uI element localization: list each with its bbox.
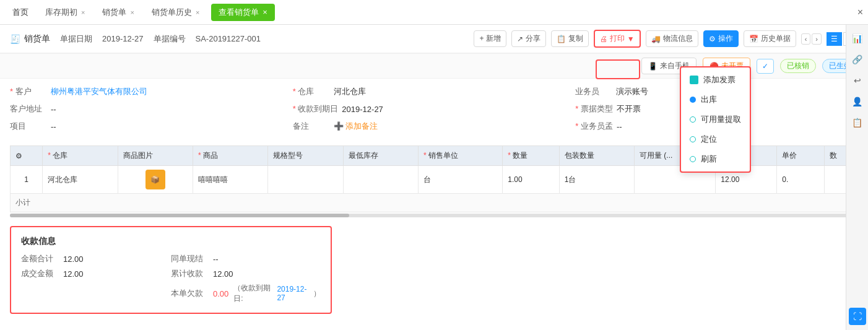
- address-label: 客户地址: [10, 103, 47, 115]
- remarks-field: 备注 ➕ 添加备注: [293, 121, 576, 132]
- locate-item[interactable]: 定位: [681, 129, 750, 149]
- history-label: 历史单据: [761, 33, 791, 44]
- col-sales-unit: 销售单位: [418, 146, 502, 166]
- tab-sales-label: 销货单: [102, 7, 126, 18]
- row-pack-qty: 1台: [559, 166, 634, 194]
- row-min-stock: [343, 166, 418, 194]
- same-order-settle-value: --: [213, 254, 219, 264]
- sidebar-icon-user[interactable]: 👤: [849, 93, 866, 110]
- project-label: 项目: [10, 121, 47, 132]
- sidebar-icon-expand[interactable]: ⛶: [849, 308, 866, 325]
- total-amount-label: 金额合计: [21, 253, 58, 264]
- share-button[interactable]: ↗ 分享: [511, 30, 546, 47]
- row-seq: 1: [11, 166, 43, 194]
- sidebar-icon-return[interactable]: ↩: [849, 72, 866, 89]
- refresh-item[interactable]: 刷新: [681, 149, 750, 169]
- outstanding-value: 0.00: [213, 289, 228, 298]
- new-button[interactable]: + 新增: [474, 30, 506, 47]
- project-field: 项目 --: [10, 121, 293, 132]
- document-header: 🧾 销货单 单据日期 2019-12-27 单据编号 SA-20191227-0…: [0, 25, 868, 53]
- row-spec: [268, 166, 343, 194]
- outbound-label: 出库: [701, 94, 717, 105]
- doc-title: 🧾 销货单: [10, 33, 50, 45]
- prev-arrow[interactable]: ‹: [801, 33, 811, 45]
- tab-inventory[interactable]: 库存期初 ×: [37, 2, 93, 22]
- logistics-button[interactable]: 🚚 物流信息: [646, 30, 698, 47]
- add-invoice-icon: [690, 76, 698, 84]
- sidebar-icon-chart[interactable]: 📊: [849, 30, 866, 47]
- staff2-label: 业务员孟: [575, 121, 613, 132]
- window-close-button[interactable]: ×: [857, 7, 863, 18]
- tab-view-sales-close[interactable]: ×: [263, 7, 267, 17]
- tab-inventory-close[interactable]: ×: [81, 9, 85, 16]
- locate-label: 定位: [701, 134, 717, 145]
- tab-view-sales-label: 查看销货单: [219, 7, 259, 18]
- payment-info-title: 收款信息: [21, 236, 321, 247]
- tab-home[interactable]: 首页: [5, 7, 36, 18]
- outbound-item[interactable]: 出库: [681, 90, 750, 110]
- col-min-stock: 最低库存: [343, 146, 418, 166]
- scroll-thumb: [10, 214, 349, 217]
- sidebar-icon-link[interactable]: 🔗: [849, 51, 866, 68]
- product-image: 📦: [145, 170, 165, 189]
- copy-button[interactable]: 📋 复制: [551, 30, 589, 47]
- remarks-label: 备注: [293, 121, 330, 132]
- total-received-label: 累计收款: [171, 268, 208, 279]
- tab-history-close[interactable]: ×: [196, 9, 199, 16]
- tab-view-sales[interactable]: 查看销货单 ×: [211, 4, 275, 21]
- doc-meta: 单据日期 2019-12-27 单据编号 SA-20191227-001: [60, 33, 261, 45]
- tab-sales[interactable]: 销货单 ×: [94, 2, 142, 22]
- list-view-btn[interactable]: ☰: [827, 32, 842, 46]
- row-product-img: 📦: [118, 166, 193, 194]
- copy-label: 复制: [568, 33, 583, 44]
- available-qty-item[interactable]: 可用量提取: [681, 110, 750, 129]
- print-label: 打印: [610, 33, 625, 44]
- customer-label: 客户: [10, 86, 47, 97]
- add-remarks-button[interactable]: ➕ 添加备注: [334, 121, 378, 132]
- tab-history[interactable]: 销货单历史 ×: [144, 2, 207, 22]
- doc-icon: 🧾: [10, 34, 20, 44]
- customer-value[interactable]: 柳州粤港平安气体有限公司: [51, 86, 147, 97]
- operations-icon: ⚙: [709, 35, 716, 43]
- print-icon: 🖨: [600, 35, 607, 43]
- deal-amount-label: 成交金额: [21, 268, 58, 279]
- print-button[interactable]: 🖨 打印 ▼: [594, 30, 641, 48]
- locate-icon: [690, 136, 696, 142]
- staff-label: 业务员: [575, 86, 612, 97]
- share-label: 分享: [526, 33, 540, 44]
- address-field: 客户地址 --: [10, 103, 293, 115]
- same-order-settle-label: 同单现结: [171, 253, 208, 264]
- add-invoice-item[interactable]: 添加发票: [681, 70, 750, 90]
- nav-arrows: ‹ ›: [801, 33, 822, 45]
- refresh-icon: [690, 156, 696, 162]
- tab-bar: 首页 库存期初 × 销货单 × 销货单历史 × 查看销货单 × ×: [0, 0, 868, 25]
- total-received-row: 累计收款 12.00: [171, 268, 321, 279]
- col-pack-qty: 包装数量: [559, 146, 634, 166]
- horizontal-scrollbar[interactable]: [10, 214, 858, 217]
- copy-icon: 📋: [557, 35, 566, 43]
- sidebar-icon-doc[interactable]: 📋: [849, 114, 866, 131]
- outstanding-row: 本单欠款 0.00 （收款到期日: 2019-12-27 ）: [171, 283, 321, 304]
- operations-dropdown: 添加发票 出库 可用量提取 定位 刷新: [680, 67, 750, 172]
- total-amount-row: 金额合计 12.00: [21, 253, 171, 264]
- history-button[interactable]: 📅 历史单据: [744, 30, 796, 47]
- history-icon: 📅: [749, 35, 758, 43]
- project-value: --: [51, 122, 56, 131]
- col-spec: 规格型号: [268, 146, 343, 166]
- tab-sales-close[interactable]: ×: [130, 9, 134, 16]
- outstanding-note: （收款到期日:: [233, 283, 272, 304]
- row-sales-unit: 台: [418, 166, 502, 194]
- confirm-button[interactable]: ✓: [757, 59, 774, 74]
- doc-date-label: 单据日期: [60, 33, 92, 45]
- add-icon: ➕: [334, 121, 344, 131]
- staff2-value: --: [617, 122, 622, 131]
- payment-date-field: 收款到期日 2019-12-27: [293, 103, 576, 115]
- logistics-icon: 🚚: [651, 35, 661, 43]
- operations-button[interactable]: ⚙ 操作: [703, 30, 739, 47]
- outstanding-date: 2019-12-27: [277, 285, 308, 302]
- next-arrow[interactable]: ›: [812, 33, 822, 45]
- col-unit-price: 单价: [777, 146, 825, 166]
- col-product-img: 商品图片: [118, 146, 193, 166]
- outbound-icon: [690, 97, 696, 103]
- warehouse-field: 仓库 河北仓库: [293, 86, 576, 97]
